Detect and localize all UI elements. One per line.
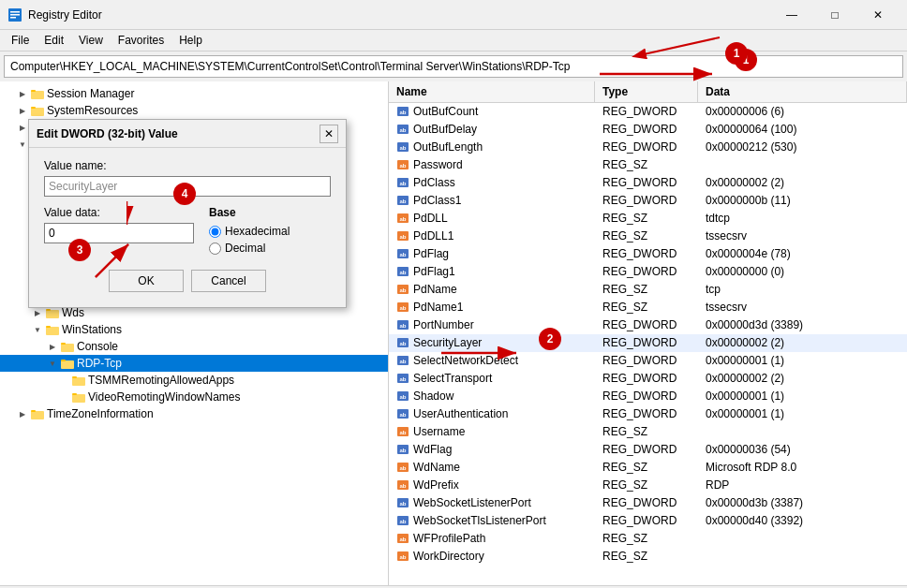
- value-data: 0x00000d3b (3387): [698, 495, 907, 510]
- radio-hex-input[interactable]: [209, 226, 221, 238]
- value-row[interactable]: ab PdDLL1 REG_SZ tssecsrv: [389, 228, 907, 245]
- value-row[interactable]: ab PdFlag REG_DWORD 0x0000004e (78): [389, 245, 907, 263]
- value-row[interactable]: ab WdFlag REG_DWORD 0x00000036 (54): [389, 441, 907, 459]
- value-row[interactable]: ab PdName1 REG_SZ tssecsrv: [389, 299, 907, 316]
- value-name-input[interactable]: [44, 176, 331, 197]
- menu-file[interactable]: File: [4, 32, 37, 49]
- svg-text:ab: ab: [399, 270, 406, 275]
- values-panel: Name Type Data ab OutBufCount REG_DWORD …: [389, 81, 907, 585]
- value-name: ab PortNumber: [389, 317, 595, 332]
- minimize-button[interactable]: —: [770, 0, 813, 30]
- menu-help[interactable]: Help: [171, 32, 210, 49]
- reg-icon: ab: [396, 478, 409, 492]
- value-name: ab PdName1: [389, 300, 595, 315]
- value-name-label: Value name:: [44, 159, 331, 172]
- reg-icon: ab: [396, 496, 409, 509]
- value-data: 0x00000001 (1): [698, 353, 907, 368]
- reg-icon: ab: [396, 318, 409, 331]
- reg-icon: ab: [396, 123, 409, 136]
- svg-text:ab: ab: [399, 483, 406, 489]
- dialog-overlay: Edit DWORD (32-bit) Value ✕ Value name: …: [0, 81, 388, 585]
- value-type: REG_SZ: [595, 478, 698, 492]
- value-data: 0x00000006 (6): [698, 104, 907, 119]
- value-row[interactable]: ab Password REG_SZ: [389, 156, 907, 174]
- ok-button[interactable]: OK: [109, 270, 184, 292]
- radio-dec-input[interactable]: [209, 243, 221, 255]
- value-row[interactable]: ab WebSocketTlsListenerPort REG_DWORD 0x…: [389, 512, 907, 530]
- reg-icon: ab: [396, 176, 409, 189]
- value-data-input[interactable]: [44, 223, 194, 243]
- value-name: ab WebSocketTlsListenerPort: [389, 513, 595, 528]
- close-button[interactable]: ✕: [856, 0, 900, 30]
- value-name: ab PdDLL: [389, 211, 595, 226]
- svg-text:ab: ab: [399, 537, 406, 542]
- value-row[interactable]: ab PdDLL REG_SZ tdtcp: [389, 210, 907, 228]
- value-data: 0x00000d3d (3389): [698, 317, 907, 332]
- radio-hexadecimal[interactable]: Hexadecimal: [209, 225, 331, 238]
- radio-group: Hexadecimal Decimal: [209, 225, 331, 255]
- svg-text:ab: ab: [399, 519, 406, 524]
- value-row[interactable]: ab OutBufLength REG_DWORD 0x00000212 (53…: [389, 139, 907, 156]
- value-name: ab UserAuthentication: [389, 406, 595, 421]
- value-row[interactable]: ab PortNumber REG_DWORD 0x00000d3d (3389…: [389, 316, 907, 334]
- value-row[interactable]: ab Shadow REG_DWORD 0x00000001 (1): [389, 388, 907, 405]
- address-path[interactable]: Computer\HKEY_LOCAL_MACHINE\SYSTEM\Curre…: [10, 60, 897, 73]
- reg-icon: ab: [396, 443, 409, 456]
- value-name: ab PdDLL1: [389, 228, 595, 243]
- value-row[interactable]: ab WorkDirectory REG_SZ: [389, 548, 907, 566]
- cancel-button[interactable]: Cancel: [191, 270, 266, 292]
- base-section: Base Hexadecimal Decimal: [209, 206, 331, 255]
- menu-edit[interactable]: Edit: [37, 32, 71, 49]
- annotation-1: 1: [725, 42, 748, 65]
- value-row[interactable]: ab PdClass1 REG_DWORD 0x0000000b (11): [389, 192, 907, 210]
- svg-text:ab: ab: [399, 412, 406, 418]
- value-type: REG_SZ: [595, 549, 698, 564]
- value-row[interactable]: ab PdClass REG_DWORD 0x00000002 (2): [389, 174, 907, 192]
- value-row[interactable]: ab WdPrefix REG_SZ RDP: [389, 477, 907, 494]
- value-data: 0x00000001 (1): [698, 406, 907, 421]
- main-content: ▶ Session Manager ▶: [0, 81, 907, 585]
- dialog-buttons: OK Cancel: [44, 270, 331, 292]
- dialog-close-button[interactable]: ✕: [320, 125, 338, 143]
- value-row[interactable]: ab WFProfilePath REG_SZ: [389, 530, 907, 548]
- svg-text:ab: ab: [399, 501, 406, 507]
- reg-icon: ab: [396, 514, 409, 527]
- value-row[interactable]: ab UserAuthentication REG_DWORD 0x000000…: [389, 405, 907, 423]
- svg-line-97: [635, 37, 720, 56]
- dialog-title: Edit DWORD (32-bit) Value: [37, 127, 320, 140]
- value-type: REG_DWORD: [595, 389, 698, 404]
- value-row[interactable]: ab OutBufDelay REG_DWORD 0x00000064 (100…: [389, 121, 907, 139]
- address-bar: Computer\HKEY_LOCAL_MACHINE\SYSTEM\Curre…: [4, 55, 903, 78]
- value-row[interactable]: ab OutBufCount REG_DWORD 0x00000006 (6): [389, 103, 907, 121]
- value-type: REG_SZ: [595, 282, 698, 297]
- maximize-button[interactable]: □: [813, 0, 856, 30]
- value-row[interactable]: ab PdFlag1 REG_DWORD 0x00000000 (0): [389, 263, 907, 281]
- value-row[interactable]: ab SelectNetworkDetect REG_DWORD 0x00000…: [389, 352, 907, 370]
- svg-text:ab: ab: [399, 448, 406, 453]
- menu-favorites[interactable]: Favorites: [111, 32, 171, 49]
- svg-text:ab: ab: [399, 394, 406, 400]
- radio-decimal[interactable]: Decimal: [209, 242, 331, 255]
- header-type: Type: [595, 81, 698, 102]
- value-type: REG_DWORD: [595, 353, 698, 368]
- value-data: tssecsrv: [698, 228, 907, 243]
- svg-text:ab: ab: [399, 216, 406, 222]
- svg-text:ab: ab: [399, 465, 406, 471]
- value-row[interactable]: ab Username REG_SZ: [389, 423, 907, 441]
- reg-icon: ab: [396, 247, 409, 260]
- value-row[interactable]: ab WebSocketListenerPort REG_DWORD 0x000…: [389, 494, 907, 512]
- value-row[interactable]: ab SelectTransport REG_DWORD 0x00000002 …: [389, 370, 907, 388]
- value-name: ab OutBufDelay: [389, 122, 595, 137]
- value-row[interactable]: ab PdName REG_SZ tcp: [389, 281, 907, 299]
- reg-icon: ab: [396, 301, 409, 314]
- menu-view[interactable]: View: [71, 32, 111, 49]
- svg-text:ab: ab: [399, 252, 406, 257]
- base-label: Base: [209, 206, 331, 219]
- value-row[interactable]: ab WdName REG_SZ Microsoft RDP 8.0: [389, 459, 907, 477]
- svg-rect-2: [10, 14, 20, 16]
- value-data: RDP: [698, 478, 907, 492]
- reg-icon: ab: [396, 229, 409, 243]
- value-row[interactable]: ab SecurityLayer REG_DWORD 0x00000002 (2…: [389, 334, 907, 352]
- value-type: REG_SZ: [595, 300, 698, 315]
- value-type: REG_DWORD: [595, 264, 698, 279]
